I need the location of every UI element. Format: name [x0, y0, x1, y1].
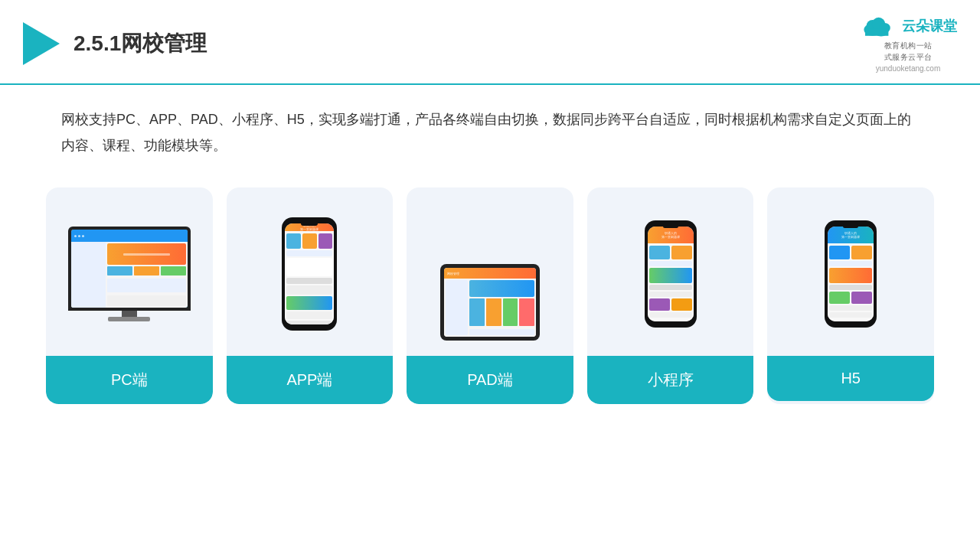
tablet-screen: 网校管理 [444, 268, 536, 337]
h5-phone-mockup: 职通人的第一堂刷题课 [825, 220, 877, 328]
h5-phone-notch [843, 224, 858, 228]
pc-label: PC端 [46, 356, 213, 404]
app-label: APP端 [227, 356, 394, 404]
miniprogram-phone-mockup: 职通人的第一堂刷题课 [645, 220, 697, 328]
app-image-area: 职通人的第一堂刷题课 [227, 187, 394, 356]
svg-rect-5 [865, 28, 888, 36]
device-card-miniprogram: 职通人的第一堂刷题课 [587, 187, 754, 404]
pc-image-area [46, 187, 213, 356]
header-left: 2.5.1网校管理 [23, 22, 207, 65]
device-card-pad: 网校管理 [407, 187, 573, 404]
pad-tablet-mockup: 网校管理 [440, 264, 540, 341]
brand-name: 云朵课堂 [902, 17, 957, 35]
devices-grid: PC端 职通人的第一堂刷题课 [0, 166, 980, 419]
device-card-pc: PC端 [46, 187, 213, 404]
miniprogram-label: 小程序 [587, 356, 754, 404]
pc-monitor-mockup [68, 227, 191, 321]
phone-notch [301, 221, 318, 226]
monitor-body [68, 227, 191, 311]
pad-label: PAD端 [407, 356, 573, 404]
h5-phone-screen: 职通人的第一堂刷题课 [828, 227, 874, 321]
phone-screen: 职通人的第一堂刷题课 [285, 223, 334, 324]
page-title: 2.5.1网校管理 [74, 29, 207, 58]
brand-logo: 云朵课堂 [859, 14, 957, 38]
pad-image-area: 网校管理 [407, 187, 573, 356]
app-phone-mockup: 职通人的第一堂刷题课 [282, 217, 337, 331]
miniphone-notch [663, 224, 678, 228]
description-text: 网校支持PC、APP、PAD、小程序、H5，实现多端打通，产品各终端自由切换，数… [61, 106, 919, 158]
brand-slogan: 教育机构一站 式服务云平台 [884, 40, 933, 63]
description-section: 网校支持PC、APP、PAD、小程序、H5，实现多端打通，产品各终端自由切换，数… [0, 85, 980, 166]
h5-label: H5 [767, 356, 934, 401]
h5-image-area: 职通人的第一堂刷题课 [767, 187, 934, 356]
miniphone-screen: 职通人的第一堂刷题课 [648, 227, 694, 321]
device-card-h5: 职通人的第一堂刷题课 [767, 187, 934, 404]
brand-url: yunduoketang.com [876, 64, 941, 73]
header: 2.5.1网校管理 云朵课堂 教育机构一站 式服务云平台 yunduoketan… [0, 0, 980, 85]
logo-triangle-icon [23, 22, 60, 65]
brand-area: 云朵课堂 教育机构一站 式服务云平台 yunduoketang.com [859, 14, 957, 73]
monitor-screen [71, 230, 188, 308]
device-card-app: 职通人的第一堂刷题课 [227, 187, 394, 404]
miniprogram-image-area: 职通人的第一堂刷题课 [587, 187, 754, 356]
cloud-icon [859, 14, 896, 38]
